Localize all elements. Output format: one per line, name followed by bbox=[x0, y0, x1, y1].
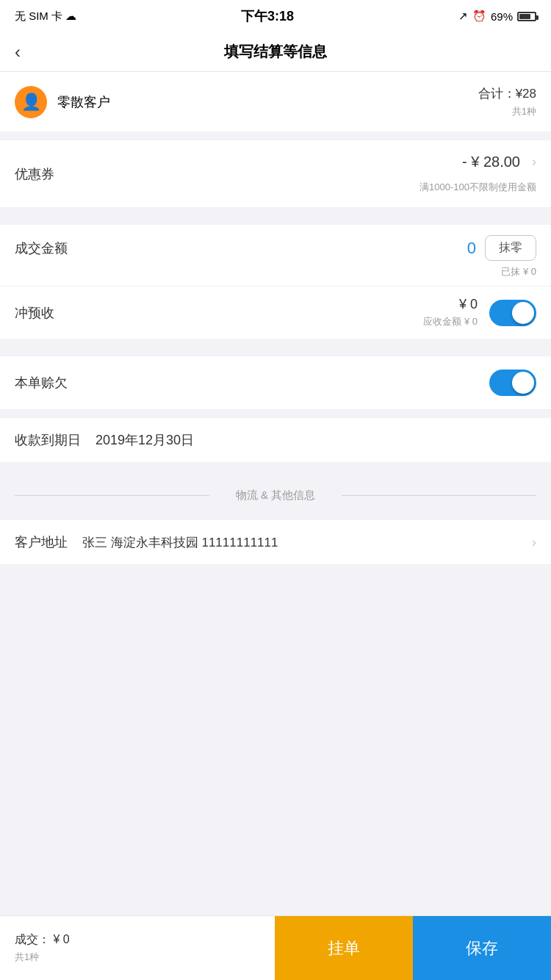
deal-section: 成交金额 0 抹零 已抹 ¥ 0 冲预收 ¥ 0 应收金额 ¥ 0 bbox=[0, 225, 551, 339]
debt-label: 本单赊欠 bbox=[15, 374, 68, 392]
logistics-divider: 物流 & 其他信息 bbox=[0, 480, 551, 511]
deal-value[interactable]: 0 bbox=[467, 239, 476, 258]
bottom-deal-label: 成交： bbox=[15, 933, 50, 945]
due-date-label: 收款到期日 bbox=[15, 431, 81, 449]
alarm-icon: ⏰ bbox=[472, 10, 486, 23]
customer-right: 合计：¥28 共1种 bbox=[478, 85, 536, 118]
back-button[interactable]: ‹ bbox=[15, 42, 21, 62]
separator-4 bbox=[0, 511, 551, 520]
prepay-sub: 应收金额 ¥ 0 bbox=[423, 315, 478, 328]
deal-input-area: 0 抹零 bbox=[467, 235, 536, 261]
logistics-label: 物流 & 其他信息 bbox=[236, 489, 315, 502]
divider-line-left bbox=[15, 495, 209, 496]
main-content: 👤 零散客户 合计：¥28 共1种 优惠券 - ¥ 28.00 › 满1000-… bbox=[0, 72, 551, 646]
coupon-section: 优惠券 - ¥ 28.00 › 满1000-100不限制使用金额 bbox=[0, 140, 551, 207]
avatar-icon: 👤 bbox=[21, 93, 41, 112]
address-value: 张三 海淀永丰科技园 11111111111 bbox=[82, 534, 527, 551]
logistics-divider-inner: 物流 & 其他信息 bbox=[0, 489, 551, 502]
coupon-amount-row: - ¥ 28.00 › bbox=[462, 154, 536, 170]
deal-sub: 已抹 ¥ 0 bbox=[15, 265, 536, 278]
customer-left: 👤 零散客户 bbox=[15, 86, 110, 118]
prepay-right: ¥ 0 应收金额 ¥ 0 bbox=[423, 297, 536, 328]
coupon-chevron-icon: › bbox=[532, 154, 536, 170]
bottom-bar: 成交： ¥ 0 共1种 挂单 保存 bbox=[0, 915, 551, 980]
separator-2 bbox=[0, 347, 551, 356]
debt-row: 本单赊欠 bbox=[0, 356, 551, 409]
debt-toggle-knob bbox=[512, 372, 534, 394]
deal-row: 成交金额 0 抹零 已抹 ¥ 0 bbox=[0, 225, 551, 287]
customer-name: 零散客户 bbox=[57, 93, 110, 111]
divider-line-right bbox=[342, 495, 536, 496]
address-row[interactable]: 客户地址 张三 海淀永丰科技园 11111111111 › bbox=[0, 520, 551, 564]
address-chevron-icon: › bbox=[532, 535, 536, 550]
address-label: 客户地址 bbox=[15, 533, 68, 551]
coupon-right: - ¥ 28.00 › 满1000-100不限制使用金额 bbox=[419, 154, 536, 194]
address-right: › bbox=[527, 535, 536, 550]
hang-button[interactable]: 挂单 bbox=[275, 916, 413, 981]
coupon-desc: 满1000-100不限制使用金额 bbox=[419, 181, 536, 194]
customer-avatar: 👤 bbox=[15, 86, 47, 118]
separator-1 bbox=[0, 216, 551, 225]
status-left: 无 SIM 卡 ☁ bbox=[15, 10, 76, 24]
prepay-toggle[interactable] bbox=[489, 300, 536, 326]
status-time: 下午3:18 bbox=[241, 7, 294, 25]
bottom-deal-value: ¥ 0 bbox=[53, 933, 69, 945]
customer-total: 合计：¥28 bbox=[478, 85, 536, 102]
location-icon: ↗ bbox=[458, 10, 468, 23]
coupon-row[interactable]: 优惠券 - ¥ 28.00 › 满1000-100不限制使用金额 bbox=[0, 140, 551, 207]
toggle-knob bbox=[512, 302, 534, 324]
nav-bar: ‹ 填写结算等信息 bbox=[0, 32, 551, 72]
save-button[interactable]: 保存 bbox=[413, 916, 551, 981]
deal-row-top: 成交金额 0 抹零 bbox=[15, 235, 536, 261]
status-bar: 无 SIM 卡 ☁ 下午3:18 ↗ ⏰ 69% bbox=[0, 0, 551, 32]
prepay-amount: ¥ 0 bbox=[423, 297, 478, 312]
due-date-value[interactable]: 2019年12月30日 bbox=[96, 431, 194, 449]
prepay-row: 冲预收 ¥ 0 应收金额 ¥ 0 bbox=[0, 287, 551, 339]
battery-percent: 69% bbox=[491, 10, 513, 23]
status-right: ↗ ⏰ 69% bbox=[458, 10, 536, 23]
bottom-count: 共1种 bbox=[15, 951, 260, 964]
battery-icon bbox=[517, 12, 536, 21]
prepay-amounts: ¥ 0 应收金额 ¥ 0 bbox=[423, 297, 478, 328]
coupon-label: 优惠券 bbox=[15, 165, 54, 183]
deal-label: 成交金额 bbox=[15, 239, 68, 257]
page-title: 填写结算等信息 bbox=[224, 42, 327, 62]
sim-label: 无 SIM 卡 ☁ bbox=[15, 10, 76, 24]
bottom-info: 成交： ¥ 0 共1种 bbox=[0, 932, 275, 964]
debt-toggle[interactable] bbox=[489, 370, 536, 396]
due-date-row: 收款到期日 2019年12月30日 bbox=[0, 418, 551, 462]
separator-3 bbox=[0, 471, 551, 480]
round-button[interactable]: 抹零 bbox=[485, 235, 536, 261]
prepay-label: 冲预收 bbox=[15, 304, 54, 322]
bottom-deal: 成交： ¥ 0 bbox=[15, 932, 260, 948]
customer-row: 👤 零散客户 合计：¥28 共1种 bbox=[0, 72, 551, 131]
customer-count: 共1种 bbox=[478, 105, 536, 118]
coupon-amount: - ¥ 28.00 bbox=[462, 154, 520, 170]
